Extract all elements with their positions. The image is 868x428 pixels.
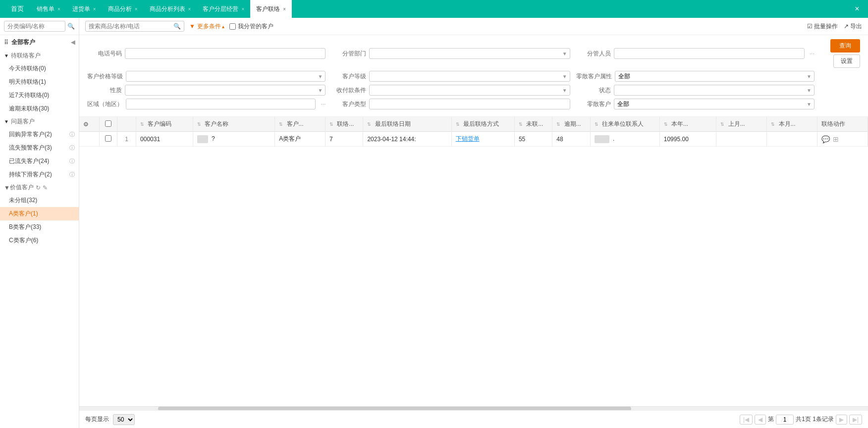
tab-purchase-order[interactable]: 进货单 × — [66, 0, 102, 18]
collapse-icon[interactable]: ◀ — [71, 39, 75, 46]
my-customers-check[interactable] — [229, 23, 236, 30]
person-input[interactable] — [614, 48, 805, 59]
close-tab-icon[interactable]: × — [93, 6, 96, 12]
row-gear-cell — [79, 132, 100, 147]
sidebar-search-input[interactable] — [4, 21, 65, 32]
row-actions: 💬 ⊞ — [817, 132, 868, 147]
close-tab-icon[interactable]: × — [283, 6, 286, 12]
action-icons: 💬 ⊞ — [821, 135, 864, 143]
th-last-month[interactable]: ⇅ 上月... — [716, 117, 767, 132]
next-page-button[interactable]: ▶ — [836, 415, 847, 425]
tab-customer-tier[interactable]: 客户分层经营 × — [197, 0, 250, 18]
th-unit-contact[interactable]: ⇅ 往来单位联系人 — [590, 117, 659, 132]
page-number-input[interactable] — [776, 415, 794, 425]
tab-product-analysis[interactable]: 商品分析 × — [102, 0, 144, 18]
sidebar-item-today[interactable]: 今天待联络(0) — [0, 62, 79, 75]
last-page-button[interactable]: ▶| — [849, 415, 862, 425]
nature-select[interactable] — [125, 85, 326, 96]
sidebar-search-icon[interactable]: 🔍 — [67, 23, 75, 30]
close-tab-icon[interactable]: × — [135, 6, 138, 12]
tab-customer-contact[interactable]: 客户联络 × — [250, 0, 292, 18]
info-icon[interactable]: ⓘ — [69, 131, 75, 138]
table-row: 1 000031 ? A类客户 7 2023-04-12 14:44: 下销货单… — [79, 132, 868, 147]
retail-attr-select[interactable]: 全部 — [615, 71, 814, 82]
prev-page-button[interactable]: ◀ — [755, 415, 766, 425]
query-button[interactable]: 查询 — [830, 39, 860, 53]
sidebar-item-declining[interactable]: 持续下滑客户(2) ⓘ — [0, 168, 79, 181]
th-last-date[interactable]: ⇅ 最后联络日期 — [363, 117, 451, 132]
close-tab-icon[interactable]: × — [241, 6, 244, 12]
person-more-icon[interactable]: ··· — [810, 50, 814, 57]
row-last-date: 2023-04-12 14:44: — [363, 132, 451, 147]
th-this-month[interactable]: ⇅ 本月... — [767, 117, 817, 132]
retail-attr-select-wrap: 全部 ▼ — [615, 71, 814, 82]
bottom-bar: 每页显示 50 |◀ ◀ 第 共1页 1条记录 ▶ ▶| — [79, 410, 868, 428]
th-this-year[interactable]: ⇅ 本年... — [659, 117, 716, 132]
th-type[interactable]: ⇅ 客户... — [275, 117, 326, 132]
edit-icon[interactable]: ✎ — [43, 184, 48, 191]
sidebar-item-b-class[interactable]: B类客户(33) — [0, 220, 79, 234]
home-button[interactable]: 首页 — [4, 0, 31, 18]
sidebar-item-c-class[interactable]: C类客户(6) — [0, 234, 79, 247]
region-input[interactable] — [126, 99, 316, 109]
info-icon[interactable]: ⓘ — [69, 171, 75, 178]
customer-grade-select[interactable] — [369, 71, 570, 82]
th-name[interactable]: ⇅ 客户名称 — [193, 117, 275, 132]
retail-customer-select[interactable]: 全部 — [614, 99, 814, 109]
tab-sales-order[interactable]: 销售单 × — [31, 0, 66, 18]
sort-icon: ⇅ — [595, 122, 598, 127]
search-input[interactable] — [89, 23, 173, 30]
adv-filter-row-3: 性质 ▼ 收付款条件 ▼ 状态 — [87, 85, 860, 96]
row-overdue: 48 — [552, 132, 590, 147]
dept-cell: 分管部门 ▼ — [331, 48, 576, 59]
batch-op-button[interactable]: ☑ 批量操作 — [807, 22, 838, 31]
row-last-method[interactable]: 下销货单 — [451, 132, 514, 147]
my-customers-checkbox[interactable]: 我分管的客户 — [229, 22, 273, 31]
gear-icon[interactable]: ⚙ — [83, 121, 89, 128]
info-icon[interactable]: ⓘ — [69, 158, 75, 165]
sidebar-item-7days[interactable]: 近7天待联络(0) — [0, 89, 79, 102]
sidebar-search-area: 🔍 — [0, 18, 79, 35]
pagination-nav: |◀ ◀ 第 共1页 1条记录 ▶ ▶| — [740, 415, 862, 425]
page-size-select[interactable]: 50 — [113, 414, 135, 425]
th-uncontacted[interactable]: ⇅ 未联... — [514, 117, 552, 132]
first-page-button[interactable]: |◀ — [740, 415, 753, 425]
settings-button[interactable]: 设置 — [833, 54, 860, 68]
sidebar-item-repurchase-abnormal[interactable]: 回购异常客户(2) ⓘ — [0, 128, 79, 141]
sidebar-item-overdue[interactable]: 逾期未联络(30) — [0, 102, 79, 115]
th-overdue[interactable]: ⇅ 逾期... — [552, 117, 590, 132]
close-all-tabs-button[interactable]: × — [850, 2, 864, 16]
refresh-icon[interactable]: ↻ — [36, 184, 41, 191]
export-button[interactable]: ↗ 导出 — [844, 22, 862, 31]
dept-select[interactable] — [369, 48, 570, 59]
close-tab-icon[interactable]: × — [188, 6, 191, 12]
row-checkbox[interactable] — [105, 135, 111, 142]
sidebar-item-churn-warning[interactable]: 流失预警客户(3) ⓘ — [0, 141, 79, 155]
th-contact[interactable]: ⇅ 联络... — [326, 117, 363, 132]
select-all-checkbox[interactable] — [105, 120, 111, 127]
payment-select[interactable] — [369, 85, 570, 96]
search-icon[interactable]: 🔍 — [173, 23, 181, 30]
close-tab-icon[interactable]: × — [57, 6, 60, 12]
sidebar-item-tomorrow[interactable]: 明天待联络(1) — [0, 75, 79, 89]
message-icon[interactable]: 💬 — [821, 135, 830, 143]
tab-product-analysis-list[interactable]: 商品分析列表 × — [144, 0, 197, 18]
th-code[interactable]: ⇅ 客户编码 — [136, 117, 193, 132]
info-icon[interactable]: ⓘ — [69, 144, 75, 152]
th-last-method[interactable]: ⇅ 最后联络方式 — [451, 117, 514, 132]
th-gear[interactable]: ⚙ — [79, 117, 100, 132]
region-more-icon[interactable]: ··· — [321, 101, 326, 107]
sidebar-item-unclassified[interactable]: 未分组(32) — [0, 194, 79, 207]
qr-icon[interactable]: ⊞ — [833, 135, 839, 143]
more-conditions-button[interactable]: ▼ 更多条件 ▴ — [189, 22, 224, 31]
sidebar-item-churned[interactable]: 已流失客户(24) ⓘ — [0, 155, 79, 168]
status-select[interactable] — [614, 85, 814, 96]
price-grade-select[interactable] — [126, 71, 326, 82]
all-customers-header[interactable]: ⠿ 全部客户 ◀ — [0, 35, 79, 50]
customer-type-input[interactable] — [369, 99, 570, 109]
batch-icon: ☑ — [807, 23, 813, 30]
horizontal-scrollbar[interactable] — [79, 406, 868, 410]
table-area: ⚙ ⇅ 客户编码 ⇅ 客户名称 — [79, 117, 868, 406]
phone-input[interactable] — [125, 48, 326, 59]
sidebar-item-a-class[interactable]: A类客户(1) — [0, 207, 79, 220]
